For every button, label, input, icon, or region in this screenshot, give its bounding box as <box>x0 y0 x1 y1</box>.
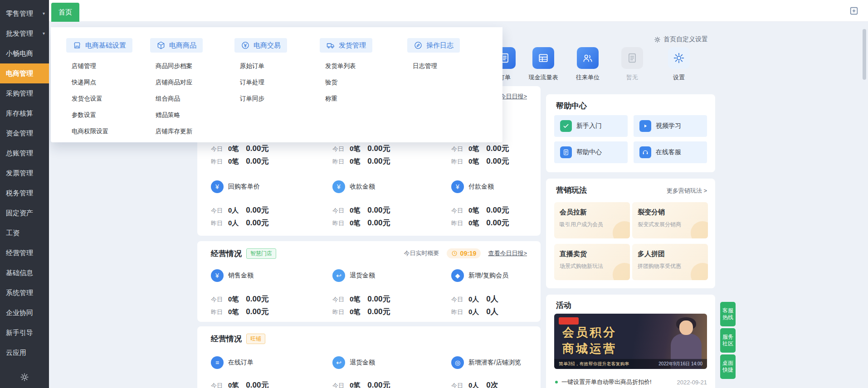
stat-period: 昨日 <box>211 158 223 166</box>
menu-header-logs[interactable]: 操作日志 <box>407 38 460 53</box>
stat-period: 今日 <box>451 145 463 153</box>
stat-amount: 0.00元 <box>486 218 509 228</box>
stat-card-title: 在线订单 <box>228 359 254 367</box>
menu-item-order-processing[interactable]: 订单处理 <box>234 74 316 91</box>
menu-header-basic-settings[interactable]: 电商基础设置 <box>66 38 132 53</box>
app-root: 首页 订单 现金流量表 往来单位 暂无 设置 首页自定义设置 查看今日日报> 今… <box>0 0 868 388</box>
placeholder-icon <box>621 47 643 69</box>
menu-item-shipping-warehouse[interactable]: 发货仓设置 <box>66 91 148 107</box>
marketing-card-groupbuy[interactable]: 多人拼团拼团购物享受优惠 <box>632 244 708 280</box>
menu-item-parameter-settings[interactable]: 参数设置 <box>66 107 148 123</box>
menu-column-basic-settings: 电商基础设置 店铺管理 快递网点 发货仓设置 参数设置 电商权限设置 <box>66 38 148 140</box>
caret-down-icon: ▾ <box>43 24 45 44</box>
stat-card-title: 回购客单价 <box>228 183 260 191</box>
log-pencil-icon <box>414 41 423 50</box>
menu-item-combo-goods[interactable]: 组合商品 <box>150 91 232 107</box>
help-button-service[interactable]: 在线客服 <box>634 141 707 163</box>
video-play-icon <box>639 120 651 132</box>
sidebar-item-cloud-apps[interactable]: 云应用 <box>0 343 49 363</box>
menu-item-express-outlets[interactable]: 快递网点 <box>66 74 148 91</box>
sidebar-item-tax[interactable]: 税务管理 <box>0 183 49 203</box>
sidebar-item-basic-info[interactable]: 基础信息 <box>0 263 49 283</box>
sidebar-item-payroll[interactable]: 工资 <box>0 223 49 243</box>
shortcut-settings[interactable]: 设置 <box>657 47 701 82</box>
marketing-card-livestream[interactable]: 直播卖货场景式购物新玩法 <box>554 244 630 280</box>
float-button-service-community[interactable]: 服务社区 <box>720 328 736 353</box>
menu-item-order-sync[interactable]: 订单同步 <box>234 91 316 107</box>
sidebar-item-retail[interactable]: 零售管理▾ <box>0 4 49 24</box>
menu-header-shipping[interactable]: 发货管理 <box>320 38 372 53</box>
stat-count: 0笔 <box>228 308 239 316</box>
help-button-video[interactable]: 视频学习 <box>634 115 707 137</box>
shortcut-cashflow[interactable]: 现金流量表 <box>522 47 565 82</box>
store-settings-icon <box>73 41 82 50</box>
sidebar-item-beginner-guide[interactable]: 新手引导 <box>0 323 49 343</box>
activity-banner[interactable]: 会员积分 商城运营 简单3招，有效帮你提升老客复购率 2022年9月16日 14… <box>554 314 707 369</box>
sidebar-item-invoice[interactable]: 发票管理 <box>0 163 49 183</box>
stat-period: 昨日 <box>332 308 344 316</box>
marketing-card-fission[interactable]: 裂变分销裂变式发展分销商 <box>632 202 708 238</box>
menu-header-label: 电商交易 <box>254 41 281 50</box>
float-button-desktop-shortcut[interactable]: 桌面快捷 <box>720 354 736 379</box>
menu-item-original-orders[interactable]: 原始订单 <box>234 58 316 74</box>
sidebar-item-wholesale[interactable]: 批发管理▾ <box>0 24 49 44</box>
more-marketing-link[interactable]: 更多营销玩法 > <box>667 187 707 195</box>
sidebar-item-ecommerce[interactable]: 电商管理 <box>0 63 49 83</box>
sidebar-item-xiaochang-ecommerce[interactable]: 小畅电商 <box>0 44 49 63</box>
stat-count: 0人 <box>468 295 479 304</box>
menu-item-gift-strategy[interactable]: 赠品策略 <box>150 107 232 123</box>
menu-item-goods-sync-archive[interactable]: 商品同步档案 <box>150 58 232 74</box>
menu-item-weighing[interactable]: 称重 <box>320 91 401 107</box>
stat-amount: 0.00元 <box>486 156 509 166</box>
daily-report-link[interactable]: 查看今日日报> <box>488 249 527 257</box>
stat-line: 今日0人0人 <box>451 294 498 304</box>
stat-count: 0人 <box>468 308 479 316</box>
stat-line: 今日0笔0.00元 <box>211 143 268 154</box>
sidebar-item-inventory[interactable]: 库存核算 <box>0 103 49 123</box>
stat-amount: 0.00元 <box>367 143 390 154</box>
sidebar-item-funds[interactable]: 资金管理 <box>0 123 49 143</box>
stat-period: 今日 <box>211 207 223 215</box>
menu-item-log-management[interactable]: 日志管理 <box>407 58 489 74</box>
menu-item-ecommerce-permissions[interactable]: 电商权限设置 <box>66 123 148 140</box>
menu-item-shop-management[interactable]: 店铺管理 <box>66 58 148 74</box>
sidebar-item-operations[interactable]: 经营管理 <box>0 243 49 263</box>
menu-item-shipping-list[interactable]: 发货单列表 <box>320 58 401 74</box>
menu-header-goods[interactable]: 电商商品 <box>150 38 203 53</box>
menu-header-trade[interactable]: 电商交易 <box>234 38 287 53</box>
sidebar-item-purchase[interactable]: 采购管理 <box>0 83 49 103</box>
marketing-card-member-acquisition[interactable]: 会员拉新吸引用户成为会员 <box>554 202 630 238</box>
stat-amount: 0.00元 <box>246 205 268 215</box>
sidebar-item-general-ledger[interactable]: 总账管理 <box>0 143 49 163</box>
marketing-card-title: 多人拼团 <box>638 250 702 258</box>
stat-period: 今日 <box>332 296 344 304</box>
sidebar-item-collaboration[interactable]: 企业协同 <box>0 303 49 323</box>
expand-icon[interactable] <box>849 6 859 16</box>
stat-card-repurchase: ¥回购客单价 <box>211 180 260 193</box>
homepage-customize-button[interactable]: 首页自定义设置 <box>654 35 708 44</box>
stat-amount: 0.00元 <box>246 380 268 388</box>
menu-item-shop-stock-update[interactable]: 店铺库存更新 <box>150 123 232 140</box>
stat-amount: 0人 <box>486 294 498 304</box>
stat-card-title: 退货金额 <box>350 359 375 367</box>
sidebar-item-fixed-assets[interactable]: 固定资产 <box>0 203 49 223</box>
help-button-beginner[interactable]: 新手入门 <box>554 115 628 137</box>
vertical-scrollbar[interactable] <box>863 29 866 80</box>
stat-card-refund: ↩退货金额 <box>332 269 375 282</box>
menu-item-inspection[interactable]: 验货 <box>320 74 401 91</box>
banner-subtext: 简单3招，有效帮你提升老客复购率 <box>559 361 629 367</box>
stat-count: 0笔 <box>350 206 360 215</box>
sidebar-item-system[interactable]: 系统管理 <box>0 283 49 303</box>
online-order-icon: ≡ <box>211 356 224 369</box>
activity-news-item[interactable]: 一键设置开单自动带出商品折扣价! 2022-09-21 <box>555 378 707 386</box>
news-text: 一键设置开单自动带出商品折扣价! <box>561 378 673 386</box>
sidebar-item-label: 资金管理 <box>6 129 33 137</box>
help-button-helpcenter[interactable]: 帮助中心 <box>554 141 628 163</box>
menu-item-shop-goods-mapping[interactable]: 店铺商品对应 <box>150 74 232 91</box>
shortcut-partners[interactable]: 往来单位 <box>566 47 610 82</box>
stat-period: 今日 <box>211 382 223 388</box>
tab-home[interactable]: 首页 <box>51 3 79 22</box>
sidebar-settings-gear-icon[interactable] <box>0 373 49 383</box>
float-button-service-hotline[interactable]: 客服热线 <box>720 302 736 326</box>
sidebar-item-label: 税务管理 <box>6 189 33 197</box>
